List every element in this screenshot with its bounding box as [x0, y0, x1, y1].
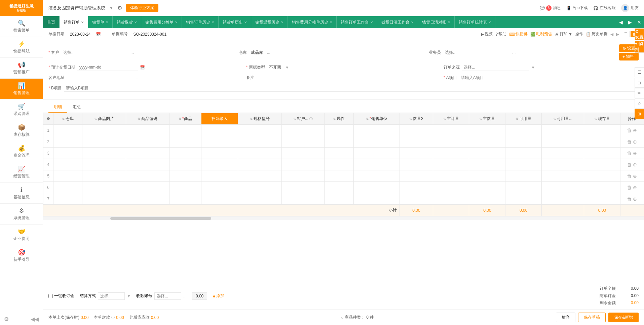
tab-summary[interactable]: 汇总: [67, 102, 86, 113]
tab-close-icon[interactable]: ✕: [281, 21, 283, 24]
copy-row-6-icon[interactable]: ⊕: [633, 185, 637, 190]
delete-row-2-icon[interactable]: 🗑: [627, 139, 632, 145]
print-dropdown-icon[interactable]: ▼: [568, 32, 572, 37]
customer-dots[interactable]: ...: [130, 50, 134, 55]
delete-row-7-icon[interactable]: 🗑: [627, 196, 632, 202]
row-spec-2[interactable]: [238, 136, 281, 148]
tab-invoice-history[interactable]: 销货单历史 ✕: [219, 16, 251, 28]
tab-close-icon[interactable]: ✕: [244, 21, 247, 24]
tab-close-icon[interactable]: ✕: [81, 21, 84, 24]
delete-row-1-icon[interactable]: 🗑: [627, 128, 632, 133]
row-main-unit-1[interactable]: [433, 125, 469, 136]
col-main-unit[interactable]: ⇅ 主计量: [433, 113, 469, 125]
nav-prev-form-icon[interactable]: ◀: [610, 32, 613, 37]
row-main-unit-2[interactable]: [433, 136, 469, 148]
calendar2-icon[interactable]: 📅: [140, 65, 145, 70]
col-customer-code[interactable]: ⇅ 客户... ⓘ: [281, 113, 325, 125]
col-available[interactable]: ⇅ 可用量: [505, 113, 542, 125]
add-btn[interactable]: ● 添加: [213, 293, 224, 299]
sidebar-item-sales[interactable]: 📊 销售管理: [0, 79, 43, 99]
history-action[interactable]: 📋 历史单据: [586, 31, 608, 37]
row-scan-2[interactable]: [201, 136, 238, 148]
tab-close-icon[interactable]: ✕: [330, 21, 332, 24]
sidebar-item-operations[interactable]: 📈 经营管理: [0, 162, 43, 183]
delete-row-4-icon[interactable]: 🗑: [627, 162, 632, 167]
col-attribute[interactable]: ⇅ 属性: [325, 113, 353, 125]
nav-prev-icon[interactable]: ◀: [616, 19, 626, 25]
tab-close-icon[interactable]: ✕: [370, 21, 373, 24]
payment-dropdown-icon[interactable]: ▼: [127, 294, 131, 298]
row-main-qty-2[interactable]: [469, 136, 505, 148]
copy-row-4-icon[interactable]: ⊕: [633, 162, 637, 167]
tab-close-icon[interactable]: ✕: [175, 21, 178, 24]
col-image[interactable]: ⇅ 商品图片: [82, 113, 126, 125]
delete-row-5-icon[interactable]: 🗑: [627, 173, 632, 179]
tab-sales-report[interactable]: 销售订单统计表 ✕: [455, 16, 495, 28]
tab-order-history[interactable]: 销售订单历史 ✕: [182, 16, 219, 28]
tab-close-icon[interactable]: ✕: [134, 21, 137, 24]
right-panel-btn-5[interactable]: ⊞: [635, 109, 644, 119]
col-main-qty[interactable]: ⇅ 主数量: [469, 113, 505, 125]
row-warehouse-3[interactable]: [53, 148, 82, 159]
nav-close-all-icon[interactable]: ✕: [635, 19, 644, 25]
row-stock-2[interactable]: [584, 136, 620, 148]
payment-input[interactable]: [98, 292, 125, 300]
tab-sales-order[interactable]: 销售订单 ✕: [60, 16, 88, 28]
tab-order-workbench[interactable]: 销售订单工作台 ✕: [337, 16, 377, 28]
row-available2-1[interactable]: [542, 125, 584, 136]
right-panel-btn-3[interactable]: ✏: [635, 88, 644, 98]
sidebar-item-marketing[interactable]: 📢 营销推广: [0, 58, 43, 79]
print-action[interactable]: 🖨 打印 ▼: [555, 31, 572, 37]
help-action[interactable]: ? 帮助: [495, 31, 506, 37]
right-panel-btn-4[interactable]: ☆: [635, 98, 644, 109]
tab-fee-history[interactable]: 销售费用分摊单历史 ✕: [288, 16, 337, 28]
save-new-btn[interactable]: 保存&新增: [608, 313, 639, 322]
delete-row-6-icon[interactable]: 🗑: [627, 185, 632, 190]
collapse-icon[interactable]: ◀◀: [31, 316, 39, 322]
tab-close-icon[interactable]: ✕: [488, 21, 491, 24]
industry-btn[interactable]: 体验行业方案: [126, 4, 158, 12]
one-click-checkbox[interactable]: 一键收订金: [48, 293, 74, 299]
calendar-icon[interactable]: 📅: [96, 32, 101, 37]
row-product-2[interactable]: [169, 136, 201, 148]
col-stock[interactable]: ⇅ 现存量: [584, 113, 620, 125]
tab-close-icon[interactable]: ✕: [411, 21, 414, 24]
tab-return-history[interactable]: 销货退货历史 ✕: [251, 16, 288, 28]
delete-row-3-icon[interactable]: 🗑: [627, 151, 632, 156]
row-qty2-1[interactable]: [400, 125, 433, 136]
save-draft-btn[interactable]: 保存草稿: [578, 313, 606, 322]
sidebar-item-system[interactable]: ⚙ 系统管理: [0, 204, 43, 225]
row-image-1[interactable]: [82, 125, 126, 136]
row-main-qty-1[interactable]: [469, 125, 505, 136]
horizontal-scrollbar[interactable]: [43, 216, 644, 220]
row-unit-2[interactable]: [353, 136, 400, 148]
row-attribute-1[interactable]: [325, 125, 353, 136]
sidebar-item-guide[interactable]: 🎯 新手引导: [0, 245, 43, 266]
sidebar-item-basic-info[interactable]: ℹ 基础信息: [0, 183, 43, 204]
tab-close-icon[interactable]: ✕: [106, 21, 108, 24]
col-available2[interactable]: ⇅ 可用量...: [542, 113, 584, 125]
right-panel-btn-1[interactable]: ☰: [635, 67, 644, 77]
tab-sales-fee[interactable]: 销售费用分摊单 ✕: [141, 16, 182, 28]
copy-row-2-icon[interactable]: ⊕: [633, 139, 637, 145]
customer-input[interactable]: [61, 49, 128, 56]
dropdown-arrow-icon[interactable]: ▼: [109, 6, 113, 10]
copy-row-3-icon[interactable]: ⊕: [633, 151, 637, 156]
sidebar-item-search[interactable]: 🔍 搜索菜单: [0, 16, 43, 37]
tab-close-icon[interactable]: ✕: [448, 21, 450, 24]
sidebar-item-enterprise[interactable]: 🤝 企业协同: [0, 225, 43, 245]
tab-close-icon[interactable]: ✕: [212, 21, 214, 24]
col-product[interactable]: ⇅ *商品: [169, 113, 201, 125]
col-qty2[interactable]: ⇅ 数量2: [400, 113, 433, 125]
copy-row-1-icon[interactable]: ⊕: [633, 128, 637, 133]
settings-gear-icon[interactable]: ⚙: [4, 316, 9, 322]
a-project-input[interactable]: [459, 74, 639, 81]
col-scan[interactable]: 扫码录入: [201, 113, 238, 125]
col-spec[interactable]: ⇅ 规格型号: [238, 113, 281, 125]
discard-btn[interactable]: 放弃: [556, 313, 575, 322]
row-product-1[interactable]: [169, 125, 201, 136]
row-code-2[interactable]: [126, 136, 169, 148]
row-customer-code-1[interactable]: [281, 125, 325, 136]
salesperson-dots[interactable]: ...: [512, 50, 516, 55]
warehouse-dots[interactable]: ...: [267, 50, 270, 55]
